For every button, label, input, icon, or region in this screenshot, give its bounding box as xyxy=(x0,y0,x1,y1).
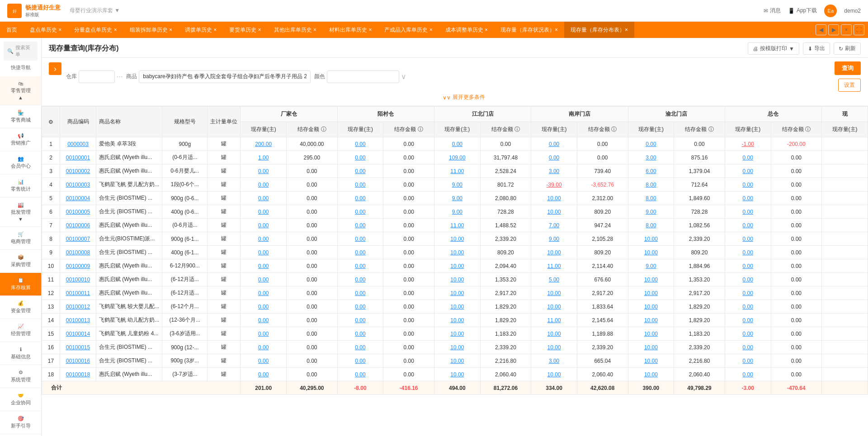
cell-yubei-qty[interactable]: 8.00 xyxy=(628,219,674,232)
cell-nanan-qty[interactable]: 7.00 xyxy=(531,219,577,232)
cell-jiangbei-qty[interactable]: 10.00 xyxy=(434,327,480,341)
cell-jiangbei-qty[interactable]: 10.00 xyxy=(434,341,480,354)
nav-tab-1[interactable]: 盘点单历史 × xyxy=(24,22,68,38)
cell-jiangbei-qty[interactable]: 109.00 xyxy=(434,151,480,164)
sidebar-item-inventory[interactable]: 📋 库存核算 xyxy=(0,273,41,296)
cell-code[interactable]: 00100012 xyxy=(60,300,96,314)
cell-code[interactable]: 00100014 xyxy=(60,327,96,341)
export-btn[interactable]: ⬇ 导出 xyxy=(803,42,830,55)
nav-home[interactable]: 首页 xyxy=(0,22,24,38)
cell-factory-qty[interactable]: 0.00 xyxy=(241,273,287,286)
cell-code[interactable]: 00100010 xyxy=(60,273,96,286)
cell-total-qty[interactable]: 0.00 xyxy=(725,192,771,205)
cell-code[interactable]: 00100008 xyxy=(60,246,96,259)
cell-nanan-qty[interactable]: 10.00 xyxy=(531,327,577,341)
sidebar-item-member[interactable]: 👥 会员中心 xyxy=(0,151,41,174)
cell-factory-qty[interactable]: 0.00 xyxy=(241,178,287,192)
nav-tab-8[interactable]: 产成品入库单历史 × xyxy=(378,22,439,38)
cell-mucun-qty[interactable]: 0.00 xyxy=(337,259,383,273)
cell-code[interactable]: 00100004 xyxy=(60,192,96,205)
sidebar-item-retail-mgmt[interactable]: 🛍 零售管理 ▲ xyxy=(0,76,41,105)
cell-nanan-qty[interactable]: 5.00 xyxy=(531,273,577,286)
refresh-btn[interactable]: ↻ 刷新 xyxy=(834,42,861,55)
cell-jiangbei-qty[interactable]: 10.00 xyxy=(434,368,480,381)
cell-yubei-qty[interactable]: 10.00 xyxy=(628,246,674,259)
cell-nanan-qty[interactable]: 11.00 xyxy=(531,259,577,273)
cell-nanan-qty[interactable]: 10.00 xyxy=(531,192,577,205)
cell-total-qty[interactable]: 0.00 xyxy=(725,327,771,341)
cell-code[interactable]: 00100013 xyxy=(60,314,96,327)
cell-total-qty[interactable]: 0.00 xyxy=(725,354,771,368)
cell-total-qty[interactable]: 0.00 xyxy=(725,178,771,192)
cell-jiangbei-qty[interactable]: 0.00 xyxy=(434,137,480,151)
cell-yubei-qty[interactable]: 6.00 xyxy=(628,164,674,178)
cell-factory-qty[interactable]: 0.00 xyxy=(241,341,287,354)
user-avatar[interactable]: Ea xyxy=(824,5,837,17)
cell-total-qty[interactable]: -1.00 xyxy=(725,137,771,151)
message-btn[interactable]: ✉ 消息 xyxy=(764,7,781,14)
cell-yubei-qty[interactable]: 9.00 xyxy=(628,259,674,273)
cell-mucun-qty[interactable]: 0.00 xyxy=(337,178,383,192)
cell-nanan-qty[interactable]: 10.00 xyxy=(531,368,577,381)
cell-code[interactable]: 00100005 xyxy=(60,205,96,219)
cell-factory-qty[interactable]: 0.00 xyxy=(241,259,287,273)
tab-next-btn[interactable]: ▶ xyxy=(828,24,839,35)
cell-nanan-qty[interactable]: 10.00 xyxy=(531,286,577,300)
sidebar-item-ecommerce[interactable]: 🛒 电商管理 xyxy=(0,227,41,250)
cell-yubei-qty[interactable]: 10.00 xyxy=(628,314,674,327)
sidebar-item-retail-stat[interactable]: 📊 零售统计 xyxy=(0,174,41,197)
cell-factory-qty[interactable]: 0.00 xyxy=(241,192,287,205)
query-btn[interactable]: 查询 xyxy=(835,61,861,75)
cell-jiangbei-qty[interactable]: 9.00 xyxy=(434,178,480,192)
sidebar-item-wholesale[interactable]: 🏭 批发管理 ▼ xyxy=(0,197,41,227)
cell-factory-qty[interactable]: 0.00 xyxy=(241,327,287,341)
cell-yubei-qty[interactable]: 3.00 xyxy=(628,151,674,164)
print-btn[interactable]: 🖨 按模版打印 ▼ xyxy=(748,42,799,55)
cell-yubei-qty[interactable]: 8.00 xyxy=(628,178,674,192)
cell-factory-qty[interactable]: 0.00 xyxy=(241,232,287,246)
cell-mucun-qty[interactable]: 0.00 xyxy=(337,368,383,381)
cell-mucun-qty[interactable]: 0.00 xyxy=(337,354,383,368)
cell-yubei-qty[interactable]: 10.00 xyxy=(628,327,674,341)
warehouse-input[interactable] xyxy=(79,70,115,83)
cell-mucun-qty[interactable]: 0.00 xyxy=(337,246,383,259)
nav-tab-7[interactable]: 材料出库单历史 × xyxy=(323,22,378,38)
cell-nanan-qty[interactable]: 10.00 xyxy=(531,300,577,314)
setting-btn[interactable]: 设置 xyxy=(838,79,861,92)
cell-nanan-qty[interactable]: 0.00 xyxy=(531,151,577,164)
cell-code[interactable]: 00100001 xyxy=(60,151,96,164)
filter-toggle-btn[interactable]: › xyxy=(49,62,61,75)
cell-jiangbei-qty[interactable]: 10.00 xyxy=(434,259,480,273)
cell-nanan-qty[interactable]: 3.00 xyxy=(531,354,577,368)
cell-code[interactable]: 00100003 xyxy=(60,178,96,192)
cell-code[interactable]: 00100002 xyxy=(60,164,96,178)
industry-selector[interactable]: 母婴行业演示库套 ▼ xyxy=(70,7,120,14)
sidebar-item-marketing[interactable]: 📢 营销推广 xyxy=(0,128,41,151)
cell-total-qty[interactable]: 0.00 xyxy=(725,273,771,286)
cell-mucun-qty[interactable]: 0.00 xyxy=(337,205,383,219)
cell-yubei-qty[interactable]: 10.00 xyxy=(628,341,674,354)
cell-mucun-qty[interactable]: 0.00 xyxy=(337,232,383,246)
app-download-btn[interactable]: 📱 App下载 xyxy=(788,7,817,14)
tab-expand-btn[interactable]: ⛶ xyxy=(854,24,864,35)
cell-code[interactable]: 00100016 xyxy=(60,354,96,368)
cell-nanan-qty[interactable]: 9.00 xyxy=(531,232,577,246)
sidebar-item-guide[interactable]: 🎯 新手引导 xyxy=(0,411,41,434)
cell-total-qty[interactable]: 0.00 xyxy=(725,151,771,164)
cell-mucun-qty[interactable]: 0.00 xyxy=(337,151,383,164)
cell-total-qty[interactable]: 0.00 xyxy=(725,286,771,300)
cell-code[interactable]: 00100018 xyxy=(60,368,96,381)
nav-tab-10[interactable]: 现存量（库存状况表）× xyxy=(494,22,564,38)
cell-jiangbei-qty[interactable]: 9.00 xyxy=(434,192,480,205)
nav-tab-5[interactable]: 要货单历史 × xyxy=(223,22,267,38)
cell-total-qty[interactable]: 0.00 xyxy=(725,314,771,327)
sidebar-item-retail-shop[interactable]: 🏪 零售商城 xyxy=(0,105,41,128)
cell-mucun-qty[interactable]: 0.00 xyxy=(337,137,383,151)
cell-jiangbei-qty[interactable]: 10.00 xyxy=(434,300,480,314)
cell-nanan-qty[interactable]: 10.00 xyxy=(531,246,577,259)
nav-tab-11[interactable]: 现存量（库存分布表）× xyxy=(564,22,634,38)
cell-factory-qty[interactable]: 0.00 xyxy=(241,354,287,368)
cell-factory-qty[interactable]: 200.00 xyxy=(241,137,287,151)
nav-tab-3[interactable]: 组装拆卸单历史 × xyxy=(123,22,179,38)
cell-mucun-qty[interactable]: 0.00 xyxy=(337,300,383,314)
